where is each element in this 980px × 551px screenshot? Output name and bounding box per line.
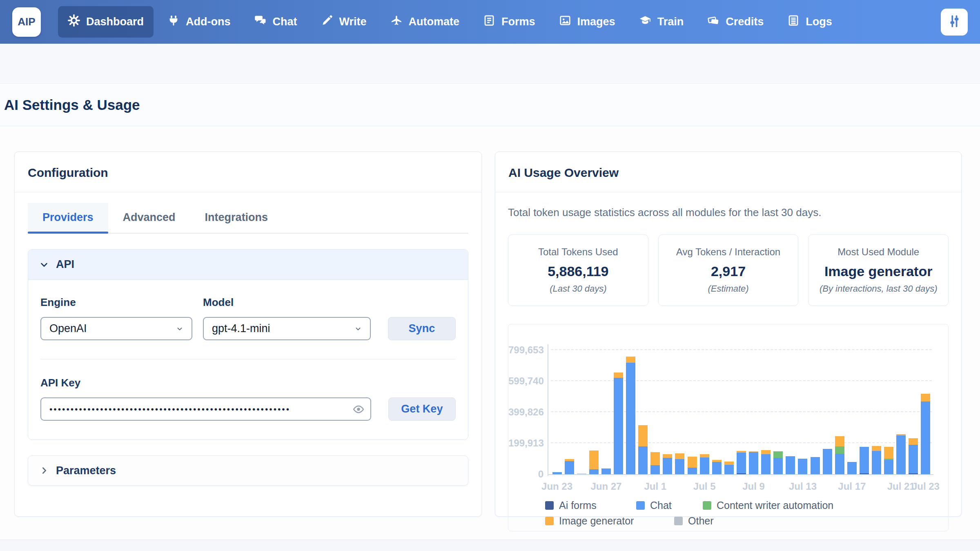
legend-item-image-generator[interactable]: Image generator bbox=[545, 513, 674, 529]
app-logo[interactable]: AIP bbox=[12, 7, 41, 37]
bar-slot-jul-22 bbox=[907, 350, 920, 474]
legend-item-content-writer-automation[interactable]: Content writer automation bbox=[703, 497, 899, 513]
nav-item-write[interactable]: Write bbox=[311, 6, 376, 38]
bar-slot-jul-20 bbox=[883, 350, 895, 474]
bar-segment-chat bbox=[872, 451, 881, 474]
tab-integrations[interactable]: Integrations bbox=[190, 203, 283, 233]
bar-segment-chat bbox=[860, 447, 869, 473]
stacked-bar[interactable] bbox=[811, 457, 820, 474]
nav-item-label: Forms bbox=[501, 16, 535, 28]
nav-item-train[interactable]: Train bbox=[629, 6, 694, 38]
bar-segment-chat bbox=[589, 469, 599, 474]
bar-slot-jul-23 bbox=[920, 350, 932, 474]
nav-items: Dashboard Add-ons Chat Write Automate Fo… bbox=[58, 6, 941, 38]
bar-segment-chat bbox=[835, 454, 844, 474]
model-select-value: gpt-4.1-mini bbox=[212, 322, 270, 335]
bar-segment-chat bbox=[614, 378, 623, 474]
airplane-icon bbox=[390, 14, 403, 29]
stacked-bar[interactable] bbox=[798, 459, 807, 474]
stacked-bar[interactable] bbox=[712, 460, 722, 474]
eye-icon[interactable] bbox=[352, 403, 365, 415]
nav-item-automate[interactable]: Automate bbox=[381, 6, 470, 38]
stat-total-tokens: Total Tokens Used 5,886,119 (Last 30 day… bbox=[508, 234, 648, 306]
nav-item-add-ons[interactable]: Add-ons bbox=[158, 6, 240, 38]
stacked-bar[interactable] bbox=[921, 394, 930, 474]
stacked-bar[interactable] bbox=[552, 472, 562, 474]
stacked-bar[interactable] bbox=[626, 357, 635, 474]
bar-segment-image-generator bbox=[589, 451, 599, 469]
stacked-bar[interactable] bbox=[884, 447, 893, 474]
api-key-input[interactable] bbox=[40, 397, 371, 421]
stacked-bar[interactable] bbox=[589, 451, 599, 474]
parameters-section-header[interactable]: Parameters bbox=[28, 455, 468, 486]
tab-advanced[interactable]: Advanced bbox=[108, 203, 190, 233]
bar-segment-chat bbox=[847, 462, 857, 474]
chart-y-tick-label: 599,740 bbox=[508, 375, 543, 387]
legend-swatch bbox=[703, 501, 711, 510]
stacked-bar[interactable] bbox=[896, 434, 906, 474]
stacked-bar[interactable] bbox=[761, 450, 771, 474]
stacked-bar[interactable] bbox=[860, 447, 869, 474]
stacked-bar[interactable] bbox=[614, 373, 623, 474]
stacked-bar[interactable] bbox=[675, 453, 684, 474]
nav-item-chat[interactable]: Chat bbox=[245, 6, 307, 38]
model-select[interactable]: gpt-4.1-mini bbox=[203, 317, 371, 340]
chart-x-tick-label: Jun 23 bbox=[541, 481, 572, 492]
display-settings-button[interactable] bbox=[941, 9, 968, 36]
stacked-bar[interactable] bbox=[601, 468, 611, 474]
stacked-bar[interactable] bbox=[650, 452, 660, 474]
stacked-bar[interactable] bbox=[737, 451, 746, 474]
bar-segment-chat bbox=[552, 472, 562, 474]
legend-item-ai-forms[interactable]: Ai forms bbox=[545, 497, 636, 513]
bar-slot-jul-8 bbox=[735, 350, 747, 474]
sliders-icon bbox=[947, 13, 962, 31]
bar-segment-image-generator bbox=[688, 457, 697, 468]
chart-x-tick-label: Jul 17 bbox=[838, 481, 866, 492]
bar-slot-jul-11 bbox=[772, 350, 784, 474]
tab-providers[interactable]: Providers bbox=[28, 203, 108, 233]
legend-label: Chat bbox=[650, 500, 672, 511]
bar-segment-image-generator bbox=[884, 447, 893, 459]
chevron-down-icon bbox=[354, 325, 362, 332]
legend-item-other[interactable]: Other bbox=[674, 513, 748, 529]
stacked-bar[interactable] bbox=[872, 446, 881, 474]
chart-legend: Ai formsChatContent writer automationIma… bbox=[508, 497, 941, 529]
legend-item-chat[interactable]: Chat bbox=[636, 497, 703, 513]
stacked-bar[interactable] bbox=[688, 457, 697, 474]
stacked-bar[interactable] bbox=[773, 451, 783, 474]
nav-item-forms[interactable]: Forms bbox=[473, 6, 545, 38]
nav-item-label: Dashboard bbox=[86, 16, 144, 28]
stacked-bar[interactable] bbox=[823, 449, 832, 474]
engine-select[interactable]: OpenAI bbox=[40, 317, 192, 340]
legend-swatch bbox=[636, 501, 645, 510]
stacked-bar[interactable] bbox=[565, 459, 574, 474]
nav-item-logs[interactable]: Logs bbox=[777, 6, 842, 38]
bar-segment-chat bbox=[700, 457, 709, 474]
chart-plot bbox=[551, 350, 932, 474]
get-key-button[interactable]: Get Key bbox=[388, 397, 456, 421]
api-section-label: API bbox=[56, 258, 74, 271]
stacked-bar[interactable] bbox=[847, 462, 857, 474]
chat-bubbles-icon bbox=[254, 14, 267, 29]
nav-item-credits[interactable]: Credits bbox=[697, 6, 773, 38]
stacked-bar[interactable] bbox=[700, 454, 709, 474]
stacked-bar[interactable] bbox=[638, 425, 648, 474]
bar-segment-chat bbox=[688, 468, 697, 474]
parameters-label: Parameters bbox=[56, 464, 116, 477]
nav-item-images[interactable]: Images bbox=[549, 6, 625, 38]
stacked-bar[interactable] bbox=[835, 436, 844, 474]
nav-item-label: Train bbox=[657, 16, 684, 28]
nav-item-dashboard[interactable]: Dashboard bbox=[58, 6, 154, 38]
stacked-bar[interactable] bbox=[577, 473, 586, 474]
stacked-bar[interactable] bbox=[749, 451, 758, 474]
stacked-bar[interactable] bbox=[909, 438, 918, 474]
stacked-bar[interactable] bbox=[724, 462, 734, 474]
stacked-bar[interactable] bbox=[786, 456, 795, 474]
usage-card: AI Usage Overview Total token usage stat… bbox=[495, 152, 962, 517]
api-section-header[interactable]: API bbox=[28, 250, 468, 280]
bar-slot-jun-28 bbox=[612, 350, 624, 474]
bar-segment-ai-forms bbox=[909, 473, 918, 474]
bar-segment-chat bbox=[712, 462, 722, 474]
stacked-bar[interactable] bbox=[663, 454, 672, 474]
sync-button[interactable]: Sync bbox=[388, 317, 456, 340]
